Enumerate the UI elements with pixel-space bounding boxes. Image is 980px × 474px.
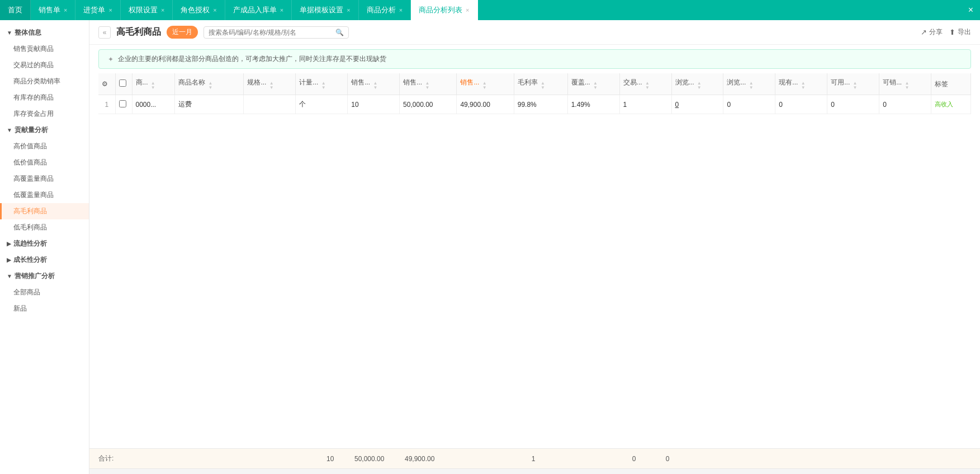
- sidebar-section-trend[interactable]: ▶ 流趋性分析: [0, 236, 89, 252]
- tab-role-auth[interactable]: 角色授权 ×: [173, 0, 225, 20]
- sort-saleable-stock[interactable]: ▲▼: [905, 81, 909, 90]
- tab-purchase-order[interactable]: 进货单 ×: [75, 0, 120, 20]
- col-browse2[interactable]: 浏览... ▲▼: [723, 73, 775, 95]
- settings-icon[interactable]: ⚙: [102, 80, 108, 88]
- col-code[interactable]: 商... ▲▼: [132, 73, 175, 95]
- sort-name[interactable]: ▲▼: [208, 81, 212, 90]
- sort-current-stock[interactable]: ▲▼: [801, 81, 806, 90]
- sort-transaction[interactable]: ▲▼: [645, 81, 650, 90]
- export-button[interactable]: ⬆ 导出: [949, 27, 971, 37]
- row-available-stock: 0: [827, 95, 879, 114]
- sort-available-stock[interactable]: ▲▼: [853, 81, 858, 90]
- sidebar-item-low-margin[interactable]: 低毛利商品: [0, 219, 89, 236]
- col-available-stock[interactable]: 可用... ▲▼: [827, 73, 879, 95]
- share-button[interactable]: ↗ 分享: [921, 27, 943, 37]
- info-banner: ✦ 企业的主要的利润都是这部分商品创造的，可考虑加大推广，同时关注库存是不要出现…: [98, 49, 971, 69]
- sidebar-section-growth[interactable]: ▶ 成长性分析: [0, 252, 89, 268]
- share-icon: ↗: [921, 28, 927, 36]
- row-code: 0000...: [132, 95, 175, 114]
- close-tab-role-auth[interactable]: ×: [213, 7, 216, 13]
- sidebar-section-overall[interactable]: ▼ 整体信息: [0, 25, 89, 41]
- tab-template-settings[interactable]: 单据模板设置 ×: [292, 0, 358, 20]
- close-tab-product-analysis-list[interactable]: ×: [466, 7, 469, 13]
- sidebar-item-sales-contribution[interactable]: 销售贡献商品: [0, 41, 89, 57]
- sort-code[interactable]: ▲▼: [151, 81, 155, 90]
- sidebar-item-traded-goods[interactable]: 交易过的商品: [0, 57, 89, 73]
- sidebar-item-stock-capital[interactable]: 库存资金占用: [0, 106, 89, 122]
- footer-totals: 10 50,000.00 49,900.00 1 0 0: [304, 455, 673, 463]
- footer-gross-margin: [438, 455, 471, 463]
- col-current-stock[interactable]: 现有... ▲▼: [775, 73, 827, 95]
- col-coverage[interactable]: 覆盖... ▲▼: [567, 73, 619, 95]
- footer-available-stock: 0: [639, 455, 673, 463]
- row-browse1[interactable]: 0: [671, 95, 723, 114]
- tab-permission-settings[interactable]: 权限设置 ×: [121, 0, 173, 20]
- col-transaction[interactable]: 交易... ▲▼: [619, 73, 671, 95]
- bottom-scrollbar[interactable]: [89, 468, 980, 474]
- sort-sales-profit[interactable]: ▲▼: [482, 81, 487, 90]
- close-tab-sales-order[interactable]: ×: [64, 7, 67, 13]
- sidebar-item-new-products[interactable]: 新品: [0, 301, 89, 317]
- row-coverage: 1.49%: [567, 95, 619, 114]
- row-name: 运费: [175, 95, 244, 114]
- sidebar-item-all-goods[interactable]: 全部商品: [0, 284, 89, 301]
- close-tab-finished-goods[interactable]: ×: [280, 7, 283, 13]
- close-tab-permission-settings[interactable]: ×: [161, 7, 164, 13]
- arrow-marketing: ▼: [7, 273, 12, 279]
- col-saleable-stock[interactable]: 可销... ▲▼: [879, 73, 931, 95]
- close-all-tabs[interactable]: ×: [962, 5, 980, 15]
- tab-product-analysis[interactable]: 商品分析 ×: [359, 0, 411, 20]
- sidebar-item-category-assist[interactable]: 商品分类助销率: [0, 73, 89, 90]
- arrow-trend: ▶: [7, 241, 11, 247]
- search-icon[interactable]: 🔍: [335, 29, 344, 36]
- sidebar-item-high-value[interactable]: 高价值商品: [0, 138, 89, 154]
- col-spec[interactable]: 规格... ▲▼: [244, 73, 296, 95]
- sort-unit[interactable]: ▲▼: [321, 81, 326, 90]
- col-name[interactable]: 商品名称 ▲▼: [175, 73, 244, 95]
- row-sales-amount: 50,000.00: [400, 95, 457, 114]
- col-tag[interactable]: 标签: [931, 73, 971, 95]
- col-unit[interactable]: 计量... ▲▼: [296, 73, 348, 95]
- sort-sales-qty[interactable]: ▲▼: [373, 81, 378, 90]
- col-sales-qty[interactable]: 销售... ▲▼: [348, 73, 400, 95]
- row-checkbox[interactable]: [115, 95, 132, 114]
- close-tab-template-settings[interactable]: ×: [347, 7, 350, 13]
- sort-gross-margin[interactable]: ▲▼: [541, 81, 545, 90]
- sort-sales-amount[interactable]: ▲▼: [425, 81, 429, 90]
- page-title: 高毛利商品: [116, 26, 161, 38]
- filter-recent-month-button[interactable]: 近一月: [167, 26, 198, 39]
- col-settings[interactable]: ⚙: [98, 73, 115, 95]
- col-gross-margin[interactable]: 毛利率 ▲▼: [514, 73, 567, 95]
- header-actions: ↗ 分享 ⬆ 导出: [921, 27, 971, 37]
- export-icon: ⬆: [949, 28, 955, 36]
- close-tab-purchase-order[interactable]: ×: [108, 7, 112, 13]
- col-sales-amount[interactable]: 销售... ▲▼: [400, 73, 457, 95]
- tab-finished-goods[interactable]: 产成品入库单 ×: [225, 0, 292, 20]
- search-input[interactable]: [209, 29, 333, 36]
- row-browse2: 0: [723, 95, 775, 114]
- tab-sales-order[interactable]: 销售单 ×: [31, 0, 75, 20]
- footer-sales-profit: 49,900.00: [387, 455, 438, 463]
- search-box: 🔍: [203, 26, 349, 39]
- sort-coverage[interactable]: ▲▼: [593, 81, 598, 90]
- col-sales-profit[interactable]: 销售... ▲▼: [457, 73, 514, 95]
- sort-browse2[interactable]: ▲▼: [749, 81, 754, 90]
- sidebar-item-high-margin[interactable]: 高毛利商品: [0, 203, 89, 219]
- sidebar-item-low-value[interactable]: 低价值商品: [0, 154, 89, 171]
- sort-spec[interactable]: ▲▼: [269, 81, 274, 90]
- sidebar-item-low-coverage[interactable]: 低覆盖量商品: [0, 187, 89, 203]
- sort-browse1[interactable]: ▲▼: [697, 81, 702, 90]
- sidebar-item-high-coverage[interactable]: 高覆盖量商品: [0, 171, 89, 187]
- content-header: « 高毛利商品 近一月 🔍 ↗ 分享 ⬆ 导出: [89, 20, 980, 45]
- tab-home[interactable]: 首页: [0, 0, 31, 20]
- sidebar-section-contribution[interactable]: ▼ 贡献量分析: [0, 122, 89, 138]
- table-container: ⚙ 商... ▲▼ 商品名称 ▲▼: [89, 73, 980, 448]
- row-select-checkbox[interactable]: [119, 100, 126, 107]
- tab-product-analysis-list[interactable]: 商品分析列表 ×: [411, 0, 477, 20]
- sidebar-collapse-button[interactable]: «: [98, 26, 111, 39]
- col-browse1[interactable]: 浏览... ▲▼: [671, 73, 723, 95]
- sidebar-section-marketing[interactable]: ▼ 营销推广分析: [0, 268, 89, 284]
- close-tab-product-analysis[interactable]: ×: [399, 7, 403, 13]
- select-all-checkbox[interactable]: [119, 79, 126, 87]
- sidebar-item-in-stock[interactable]: 有库存的商品: [0, 90, 89, 106]
